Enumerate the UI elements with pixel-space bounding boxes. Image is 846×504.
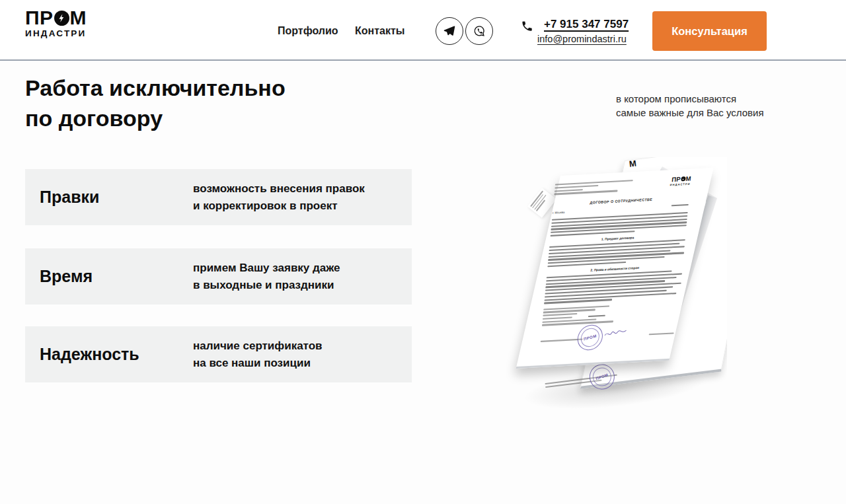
nav-link-portfolio[interactable]: Портфолио: [278, 25, 338, 37]
hero-note: в котором прописываются самые важные для…: [616, 92, 764, 120]
telegram-button[interactable]: [436, 17, 463, 45]
header: ПРМ ИНДАСТРИ Портфолио Контакты +7 915 3…: [0, 0, 846, 61]
telegram-icon: [443, 24, 456, 38]
logo-subtitle: ИНДАСТРИ: [25, 29, 87, 38]
benefit-label: Правки: [40, 188, 99, 207]
benefit-desc-line1: примем Вашу заявку даже: [193, 260, 340, 277]
document-paragraph: [547, 239, 685, 267]
benefit-desc-line2: и корректировок в проект: [193, 198, 365, 215]
benefit-desc-line1: наличие сертификатов: [193, 338, 323, 355]
benefit-card-time: Время примем Вашу заявку даже в выходные…: [25, 248, 412, 305]
benefit-card-reliability: Надежность наличие сертификатов на все н…: [25, 326, 412, 382]
logo[interactable]: ПРМ ИНДАСТРИ: [25, 8, 87, 38]
page: ПРМ ИНДАСТРИ Портфолио Контакты +7 915 3…: [0, 0, 846, 504]
logo-word: ПРМ: [25, 8, 87, 28]
benefit-description: наличие сертификатов на все наши позиции: [193, 338, 323, 372]
back-page-logo-letter: М: [629, 158, 637, 168]
benefit-label: Время: [40, 267, 93, 286]
benefit-desc-line1: возможность внесения правок: [193, 180, 365, 198]
document-text-lines: [648, 332, 673, 337]
document-address-lines: [554, 178, 634, 197]
benefit-label: Надежность: [40, 345, 139, 364]
document-text-lines: [540, 338, 582, 343]
company-stamp: ПРОМ: [586, 361, 618, 392]
benefit-description: примем Вашу заявку даже в выходные и пра…: [193, 260, 340, 294]
document-paragraph: [551, 212, 688, 236]
document-paragraph: [544, 270, 683, 304]
whatsapp-button[interactable]: [465, 17, 493, 45]
benefit-desc-line2: в выходные и праздники: [193, 277, 340, 294]
consultation-button[interactable]: Консультация: [652, 11, 767, 51]
document-text-lines: [542, 305, 619, 326]
nav-link-contacts[interactable]: Контакты: [355, 25, 404, 37]
benefit-description: возможность внесения правок и корректиро…: [193, 180, 365, 215]
phone-link[interactable]: +7 915 347 7597: [544, 18, 629, 31]
contract-document-image: М ПРОМ ПРМ ИНДАСТРИ ДОГОВОР О СОТРУДНИЧЕ…: [489, 157, 727, 421]
whatsapp-icon: [472, 24, 486, 38]
document-city: г. Москва: [553, 211, 565, 215]
document-date-line: [671, 204, 688, 208]
page-title-line1: Работа исключительно: [25, 73, 286, 103]
document-signature-block: ПРОМ: [539, 324, 677, 358]
hero-note-line1: в котором прописываются: [616, 92, 764, 106]
document-text-lines: [530, 190, 549, 211]
page-title: Работа исключительно по договору: [25, 73, 286, 133]
phone-icon: [521, 20, 533, 32]
lightning-bolt-icon: [54, 11, 69, 26]
logo-text-post: М: [70, 8, 87, 28]
signature-scribble: [604, 328, 627, 339]
benefit-card-edits: Правки возможность внесения правок и кор…: [25, 169, 412, 225]
document-requisites: [542, 305, 619, 326]
document-logo: ПРМ ИНДАСТРИ: [670, 176, 691, 186]
benefit-desc-line2: на все наши позиции: [193, 355, 323, 372]
logo-text-pre: ПР: [25, 8, 54, 28]
page-title-line2: по договору: [25, 103, 286, 133]
hero-note-line2: самые важные для Вас условия: [616, 106, 764, 120]
company-stamp: ПРОМ: [576, 322, 604, 353]
email-link[interactable]: info@promindastri.ru: [537, 34, 627, 44]
